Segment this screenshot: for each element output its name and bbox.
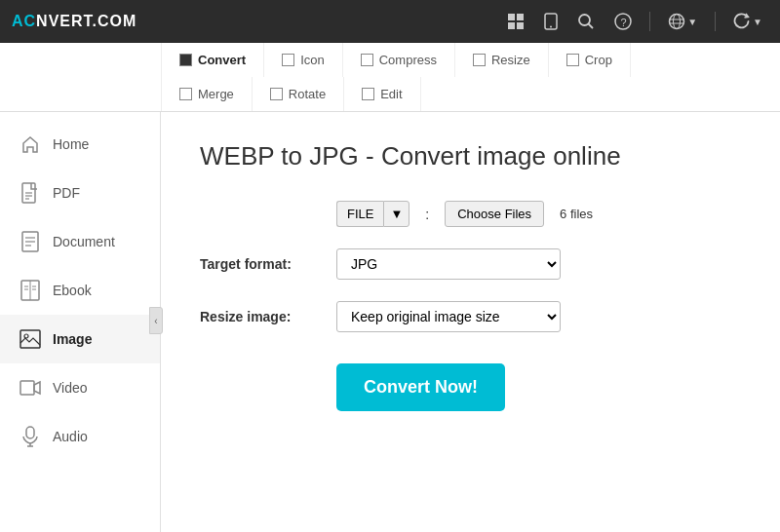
ebook-icon [20, 278, 41, 303]
convert-checkbox [179, 54, 192, 66]
file-colon: : [425, 207, 429, 222]
menu-convert[interactable]: Convert [161, 43, 264, 77]
compress-checkbox [361, 54, 373, 66]
sidebar-item-ebook[interactable]: Ebook [0, 266, 160, 315]
svg-rect-2 [508, 22, 515, 29]
resize-image-control: Keep original image sizeCustom size640x4… [336, 301, 561, 332]
top-nav: ACNVERT.COM [0, 0, 780, 43]
choose-files-button[interactable]: Choose Files [445, 201, 544, 227]
refresh-icon-group[interactable]: ▼ [727, 9, 768, 34]
svg-rect-28 [20, 330, 40, 348]
audio-icon [20, 424, 41, 449]
resize-checkbox [473, 54, 486, 66]
home-icon [20, 132, 41, 157]
globe-dropdown-arrow: ▼ [687, 17, 697, 27]
file-input-row: FILE ▼ : Choose Files 6 files [200, 201, 741, 227]
target-format-row: Target format: JPGPNGWEBPGIFBMP [200, 248, 741, 280]
logo-nvert: NVERT.COM [36, 13, 136, 29]
svg-text:?: ? [621, 17, 627, 28]
menu-rotate[interactable]: Rotate [253, 77, 344, 111]
convert-now-button[interactable]: Convert Now! [336, 363, 505, 411]
sidebar-item-pdf[interactable]: PDF [0, 169, 160, 217]
file-input-group: FILE ▼ [336, 201, 410, 227]
svg-rect-31 [26, 427, 34, 438]
sidebar-item-home[interactable]: Home [0, 120, 160, 169]
sidebar-item-video[interactable]: Video [0, 363, 160, 412]
sidebar-item-document[interactable]: Document [0, 217, 160, 266]
file-btn-main[interactable]: FILE [336, 201, 383, 227]
nav-divider-2 [715, 12, 716, 31]
svg-rect-3 [517, 22, 524, 29]
target-format-label: Target format: [200, 256, 336, 272]
menu-resize[interactable]: Resize [455, 43, 549, 77]
sidebar-collapse-button[interactable]: ‹ [149, 307, 163, 334]
menu-crop[interactable]: Crop [549, 43, 631, 77]
resize-image-row: Resize image: Keep original image sizeCu… [200, 301, 741, 332]
svg-point-11 [674, 15, 681, 29]
svg-point-6 [579, 15, 590, 25]
site-logo[interactable]: ACNVERT.COM [12, 13, 136, 30]
svg-rect-30 [20, 381, 34, 395]
edit-checkbox [362, 88, 374, 100]
crop-checkbox [566, 54, 579, 66]
svg-rect-1 [517, 14, 524, 20]
menu-bar: Convert Icon Compress Resize Crop Merge … [0, 43, 780, 112]
menu-compress[interactable]: Compress [343, 43, 455, 77]
file-count: 6 files [560, 207, 593, 221]
top-nav-icons: ? ▼ ▼ [501, 9, 768, 34]
resize-image-select[interactable]: Keep original image sizeCustom size640x4… [336, 301, 561, 332]
sidebar-item-image[interactable]: Image [0, 315, 160, 363]
main-layout: Home PDF [0, 112, 780, 532]
document-icon [20, 229, 41, 254]
refresh-dropdown-arrow: ▼ [753, 17, 762, 27]
target-format-select[interactable]: JPGPNGWEBPGIFBMP [336, 248, 561, 280]
menu-row-1: Convert Icon Compress Resize Crop [161, 43, 780, 77]
menu-edit[interactable]: Edit [344, 77, 420, 111]
menu-merge[interactable]: Merge [161, 77, 253, 111]
svg-rect-0 [508, 14, 515, 20]
content-area: WEBP to JPG - Convert image online FILE … [161, 112, 780, 532]
svg-point-10 [670, 15, 684, 29]
icon-checkbox [282, 54, 294, 66]
nav-divider [649, 12, 650, 31]
grid-icon[interactable] [501, 9, 530, 34]
merge-checkbox [179, 88, 192, 100]
logo-ac: AC [12, 13, 36, 29]
svg-point-29 [24, 334, 28, 338]
rotate-checkbox [270, 88, 283, 100]
svg-line-7 [589, 24, 594, 29]
svg-point-5 [550, 26, 552, 28]
menu-icon[interactable]: Icon [264, 43, 343, 77]
page-title: WEBP to JPG - Convert image online [200, 141, 741, 171]
menu-row-2: Merge Rotate Edit [161, 77, 780, 111]
image-icon [20, 326, 41, 352]
help-icon[interactable]: ? [608, 9, 638, 34]
pdf-icon [20, 180, 41, 206]
sidebar-item-audio[interactable]: Audio [0, 412, 160, 461]
video-icon [20, 375, 41, 400]
file-control: FILE ▼ : Choose Files 6 files [336, 201, 593, 227]
target-format-control: JPGPNGWEBPGIFBMP [336, 248, 561, 280]
convert-btn-row: Convert Now! [200, 354, 741, 411]
mobile-icon[interactable] [538, 9, 564, 34]
globe-icon-group[interactable]: ▼ [662, 9, 703, 34]
search-icon[interactable] [571, 9, 601, 34]
file-dropdown-arrow-btn[interactable]: ▼ [383, 201, 410, 227]
resize-image-label: Resize image: [200, 309, 336, 324]
sidebar: Home PDF [0, 112, 161, 532]
